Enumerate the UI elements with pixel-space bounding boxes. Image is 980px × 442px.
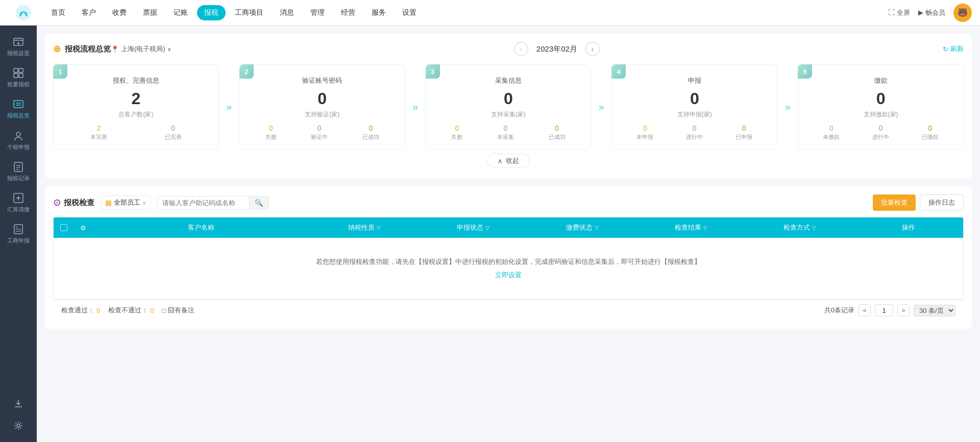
stat-not-reported[interactable]: 0 未申报: [636, 124, 653, 141]
stat-not-collected[interactable]: 0 未采集: [497, 124, 514, 141]
stat-paid[interactable]: 0 已缴款: [922, 124, 939, 141]
check-actions: 批量检查 操作日志: [873, 194, 964, 211]
th-check-method: 检查方式 ▽: [746, 223, 854, 232]
sidebar-config[interactable]: [0, 414, 37, 437]
chevron-down-icon: ∨: [167, 46, 171, 52]
nav-accounting[interactable]: 记账: [166, 5, 195, 20]
step-5-count: 0: [806, 89, 955, 108]
plus-circle-icon: ⊕: [53, 43, 61, 55]
table-empty-body: 若您想使用报税检查功能，请先在【报税设置】中进行报税的初始化设置，完成密码验证和…: [54, 238, 963, 299]
location-selector[interactable]: 📍 上海(电子税局) ∨: [111, 44, 171, 54]
last-page-button[interactable]: »: [897, 304, 910, 316]
staff-icon: ▦: [105, 199, 112, 207]
fullscreen-icon: ⛶: [888, 9, 895, 16]
stat-reporting[interactable]: 0 进行中: [686, 124, 703, 141]
filter-icon-4[interactable]: ▽: [703, 225, 707, 231]
nav-service[interactable]: 服务: [364, 5, 393, 20]
batch-check-button[interactable]: 批量检查: [873, 194, 916, 211]
refresh-button[interactable]: ↻ 刷新: [943, 44, 964, 54]
sidebar-item-tax-record[interactable]: 报税记录: [0, 156, 37, 187]
nav-commerce[interactable]: 工商项目: [228, 5, 271, 20]
play-icon: ▶: [918, 9, 923, 16]
header-checkbox-cell: [54, 224, 74, 231]
arrow-4-5: »: [777, 64, 798, 150]
arrow-1-2: »: [219, 64, 239, 150]
collapse-button[interactable]: ∧ 收起: [487, 154, 530, 168]
search-input[interactable]: [157, 197, 249, 209]
sidebar-item-personal-tax[interactable]: 个税申报: [0, 125, 37, 156]
nav-operation[interactable]: 经营: [334, 5, 362, 20]
nav-client[interactable]: 客户: [75, 5, 103, 20]
month-navigator: ‹ 2023年02月 ›: [514, 42, 600, 56]
step-3-title: 采集信息: [434, 76, 583, 85]
pass-count-link[interactable]: 0: [96, 307, 100, 314]
step-3-number: 3: [426, 64, 440, 79]
sidebar-item-batch-tax[interactable]: 批量报税: [0, 62, 37, 93]
step-5-subtitle: 支持缴款(家): [806, 110, 955, 119]
sidebar-item-settlement[interactable]: 汇算清缴: [0, 187, 37, 218]
stat-collected[interactable]: 0 已成功: [549, 124, 566, 141]
nav-message[interactable]: 消息: [273, 5, 301, 20]
sidebar-download[interactable]: [0, 392, 37, 414]
logo[interactable]: [8, 4, 39, 21]
member-button[interactable]: ▶ 畅会员: [918, 8, 945, 17]
header-checkbox[interactable]: [60, 224, 67, 231]
nav-fee[interactable]: 收费: [105, 5, 134, 20]
stat-verifying[interactable]: 0 验证中: [311, 124, 328, 141]
operation-log-button[interactable]: 操作日志: [920, 194, 964, 211]
arrow-2-3: »: [405, 64, 426, 150]
main-layout: 报税设置 批量报税 报税总览 个税申报 报税记录: [0, 26, 980, 442]
filter-icon-3[interactable]: ▽: [595, 225, 599, 231]
process-header: ⊕ 报税流程总览 📍 上海(电子税局) ∨ ‹ 2023年02月 › ↻: [53, 42, 964, 56]
avatar[interactable]: 🐻: [953, 4, 972, 22]
refresh-icon: ↻: [943, 45, 948, 53]
search-button[interactable]: 🔍: [249, 197, 268, 209]
collapse-area: ∧ 收起: [53, 150, 964, 170]
step-4-count: 0: [620, 89, 769, 108]
nav-settings[interactable]: 设置: [395, 5, 424, 20]
fail-count-link[interactable]: 0: [150, 307, 154, 314]
stat-verified[interactable]: 0 已成功: [362, 124, 379, 141]
filter-icon-5[interactable]: ▽: [812, 225, 816, 231]
step-4-title: 申报: [620, 76, 769, 85]
footer-left: 检查通过： 0 检查不通过： 0 □ 囧有备注: [61, 306, 194, 315]
svg-rect-7: [19, 73, 23, 78]
prev-month-button[interactable]: ‹: [514, 42, 528, 56]
step-5-stats: 0 未缴款 0 进行中 0 已缴款: [806, 124, 955, 141]
stat-failed[interactable]: 0 失败: [265, 124, 277, 141]
column-settings-icon[interactable]: ⚙: [80, 224, 86, 232]
search-box: 🔍: [157, 196, 269, 210]
th-pay-status: 缴费状态 ▽: [528, 223, 636, 232]
filter-icon-2[interactable]: ▽: [485, 225, 489, 231]
svg-rect-8: [14, 101, 23, 108]
setup-link[interactable]: 立即设置: [495, 268, 522, 282]
sidebar-item-annual-report[interactable]: 工商年报: [0, 218, 37, 249]
filter-icon-1[interactable]: ▽: [377, 225, 381, 231]
stat-complete[interactable]: 0 已完善: [165, 124, 182, 141]
stat-incomplete[interactable]: 2 未完善: [90, 124, 107, 141]
first-page-button[interactable]: «: [859, 304, 871, 316]
step-2-card: 2 验证账号密码 0 支持验证(家) 0 失败 0 验证中: [239, 64, 405, 150]
tax-record-icon: [12, 161, 24, 173]
nav-tax[interactable]: 报税: [197, 5, 226, 20]
nav-invoice[interactable]: 票据: [136, 5, 164, 20]
fullscreen-button[interactable]: ⛶ 全屏: [888, 8, 910, 17]
next-month-button[interactable]: ›: [585, 42, 600, 56]
page-input[interactable]: [875, 304, 893, 316]
stat-reported[interactable]: 0 已申报: [736, 124, 752, 141]
sidebar-item-tax-settings[interactable]: 报税设置: [0, 31, 37, 62]
stat-not-paid[interactable]: 0 未缴款: [823, 124, 840, 141]
per-page-select[interactable]: 30 条/页: [914, 305, 955, 316]
staff-selector[interactable]: ▦ 全部员工 ∨: [101, 195, 151, 210]
stat-paying[interactable]: 0 进行中: [872, 124, 889, 141]
stat-collect-fail[interactable]: 0 失败: [451, 124, 462, 141]
sidebar-item-tax-overview[interactable]: 报税总览: [0, 93, 37, 124]
nav-manage[interactable]: 管理: [303, 5, 332, 20]
step-4-card: 4 申报 0 支持申报(家) 0 未申报 0 进行中: [611, 64, 777, 150]
nav-right-area: ⛶ 全屏 ▶ 畅会员 🐻: [888, 4, 972, 22]
step-3-card: 3 采集信息 0 支持采集(家) 0 失败 0 未采集: [426, 64, 592, 150]
step-5-number: 5: [798, 64, 812, 79]
step-5-title: 缴款: [806, 76, 955, 85]
nav-home[interactable]: 首页: [44, 5, 72, 20]
step-4-number: 4: [611, 64, 626, 79]
